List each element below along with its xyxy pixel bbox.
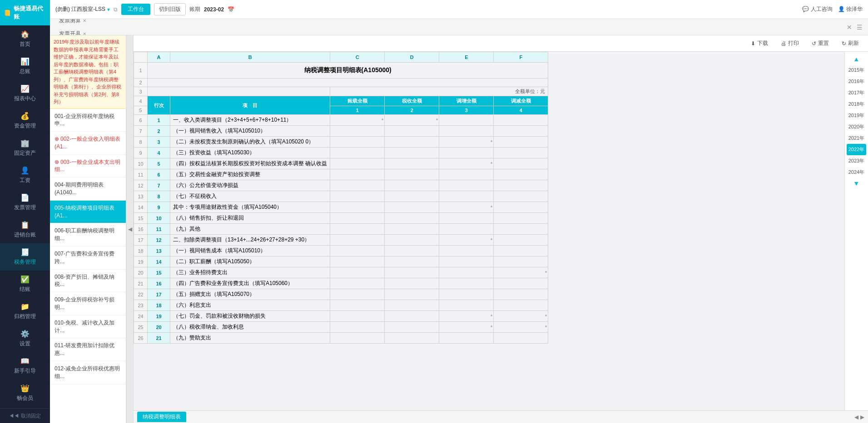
- c3-10[interactable]: [439, 224, 494, 235]
- tab-close-5[interactable]: ✕: [83, 31, 86, 36]
- user-avatar[interactable]: 👤 徐泽华: [838, 5, 863, 13]
- hang-8[interactable]: 9: [148, 202, 170, 213]
- year-item-4[interactable]: 2019年: [847, 110, 866, 121]
- hang-0[interactable]: 1: [148, 115, 170, 126]
- c3-4[interactable]: *: [439, 158, 494, 169]
- panel-collapse-btn[interactable]: ◀: [126, 35, 134, 423]
- left-menu-item-11[interactable]: 012-减免企业所得税优惠明细...: [50, 361, 126, 384]
- reset-button[interactable]: ↺ 重置: [808, 38, 833, 49]
- c1-14[interactable]: [330, 267, 385, 278]
- left-menu-item-3[interactable]: 004-期间费用明细表(A1040...: [50, 177, 126, 201]
- c4-1[interactable]: [494, 126, 548, 137]
- item-3[interactable]: （三）投资收益（填写A105030）: [170, 148, 330, 158]
- hang-4[interactable]: 5: [148, 158, 170, 169]
- c3-15[interactable]: [439, 278, 494, 289]
- c2-0[interactable]: *: [385, 115, 439, 126]
- c2-1[interactable]: [385, 126, 439, 137]
- item-10[interactable]: （九）其他: [170, 224, 330, 235]
- tab-item-4[interactable]: 发票测算✕: [54, 19, 108, 27]
- left-menu-item-4[interactable]: 005-纳税调整项目明细表(A1...: [50, 201, 126, 224]
- c2-13[interactable]: [385, 256, 439, 267]
- item-13[interactable]: （二）职工薪酬（填写A105050）: [170, 256, 330, 267]
- c3-9[interactable]: [439, 213, 494, 224]
- c1-4[interactable]: [330, 158, 385, 169]
- c2-14[interactable]: [385, 267, 439, 278]
- left-menu-item-6[interactable]: 007-广告费和业务宣传费跨...: [50, 246, 126, 270]
- c1-8[interactable]: [330, 202, 385, 213]
- bottom-tab[interactable]: 纳税调整明细表: [137, 412, 186, 422]
- hang-14[interactable]: 15: [148, 267, 170, 278]
- workspace-button[interactable]: 工作台: [121, 4, 150, 15]
- c2-5[interactable]: [385, 169, 439, 180]
- c3-16[interactable]: [439, 289, 494, 300]
- item-2[interactable]: （二）未按权责发生制原则确认的收入（填写A105020 0）: [170, 137, 330, 148]
- c4-3[interactable]: [494, 148, 548, 158]
- tab-close-4[interactable]: ✕: [83, 19, 86, 23]
- c3-20[interactable]: [439, 333, 494, 344]
- hang-18[interactable]: 19: [148, 311, 170, 322]
- year-item-6[interactable]: 2021年: [847, 133, 866, 144]
- c4-19[interactable]: *: [494, 322, 548, 333]
- left-menu-item-0[interactable]: 001-企业所得税年度纳税申...: [50, 109, 126, 132]
- c3-5[interactable]: [439, 169, 494, 180]
- c3-6[interactable]: [439, 180, 494, 191]
- c1-17[interactable]: [330, 300, 385, 311]
- c2-19[interactable]: [385, 322, 439, 333]
- sidebar-item-5[interactable]: 👤工资: [0, 162, 50, 189]
- refresh-button[interactable]: ↻ 刷新: [838, 38, 863, 49]
- scroll-left-btn[interactable]: ◀: [854, 414, 858, 420]
- c4-8[interactable]: [494, 202, 548, 213]
- tabbar-close-button[interactable]: ✕: [844, 24, 855, 31]
- c2-3[interactable]: [385, 148, 439, 158]
- sidebar-item-11[interactable]: ⚙️设置: [0, 325, 50, 352]
- sidebar-item-7[interactable]: 📋进销台账: [0, 216, 50, 243]
- c3-0[interactable]: [439, 115, 494, 126]
- copy-icon[interactable]: ⧉: [114, 6, 118, 13]
- item-11[interactable]: 二、扣除类调整项目（13+14+...24+26+27+28+29 +30）: [170, 235, 330, 246]
- c1-20[interactable]: [330, 333, 385, 344]
- c1-7[interactable]: [330, 191, 385, 202]
- c4-9[interactable]: [494, 213, 548, 224]
- sidebar-item-0[interactable]: 🏠首页: [0, 25, 50, 53]
- c4-11[interactable]: [494, 235, 548, 246]
- c3-18[interactable]: *: [439, 311, 494, 322]
- c1-11[interactable]: [330, 235, 385, 246]
- left-menu-item-7[interactable]: 008-资产折旧、摊销及纳税...: [50, 270, 126, 293]
- c1-13[interactable]: [330, 256, 385, 267]
- c4-10[interactable]: [494, 224, 548, 235]
- hang-19[interactable]: 20: [148, 322, 170, 333]
- hang-2[interactable]: 3: [148, 137, 170, 148]
- left-menu-item-5[interactable]: 006-职工薪酬纳税调整明细...: [50, 223, 126, 246]
- left-menu-item-1[interactable]: ⊗002-一般企业收入明细表(A1...: [50, 132, 126, 155]
- year-item-1[interactable]: 2016年: [847, 76, 866, 87]
- hang-15[interactable]: 16: [148, 278, 170, 289]
- item-9[interactable]: （八）销售折扣、折让和退回: [170, 213, 330, 224]
- item-0[interactable]: 一、收入类调整项目（2+3+4+5+6+7+8+10+11）: [170, 115, 330, 126]
- c4-5[interactable]: [494, 169, 548, 180]
- item-14[interactable]: （三）业务招待费支出: [170, 267, 330, 278]
- c2-11[interactable]: [385, 235, 439, 246]
- hang-5[interactable]: 6: [148, 169, 170, 180]
- c3-19[interactable]: *: [439, 322, 494, 333]
- c1-10[interactable]: [330, 224, 385, 235]
- left-menu-item-10[interactable]: 011-研发费用加计扣除优惠...: [50, 338, 126, 361]
- year-down-arrow[interactable]: ▼: [852, 178, 862, 189]
- calendar-icon[interactable]: 📅: [228, 6, 234, 13]
- item-7[interactable]: （七）不征税收入: [170, 191, 330, 202]
- sidebar-item-9[interactable]: ✅结账: [0, 271, 50, 298]
- c4-12[interactable]: [494, 246, 548, 256]
- item-20[interactable]: （九）赞助支出: [170, 333, 330, 344]
- sidebar-item-1[interactable]: 📊总账: [0, 53, 50, 80]
- sidebar-item-4[interactable]: 🏢固定资产: [0, 134, 50, 162]
- hang-20[interactable]: 21: [148, 333, 170, 344]
- c2-9[interactable]: [385, 213, 439, 224]
- hang-6[interactable]: 7: [148, 180, 170, 191]
- sidebar-item-10[interactable]: 📁归档管理: [0, 298, 50, 325]
- c4-16[interactable]: [494, 289, 548, 300]
- item-18[interactable]: （七）罚金、罚款和被没收财物的损失: [170, 311, 330, 322]
- c3-11[interactable]: *: [439, 235, 494, 246]
- year-item-2[interactable]: 2017年: [847, 87, 866, 98]
- c4-13[interactable]: [494, 256, 548, 267]
- sidebar-item-2[interactable]: 📈报表中心: [0, 80, 50, 107]
- c1-1[interactable]: [330, 126, 385, 137]
